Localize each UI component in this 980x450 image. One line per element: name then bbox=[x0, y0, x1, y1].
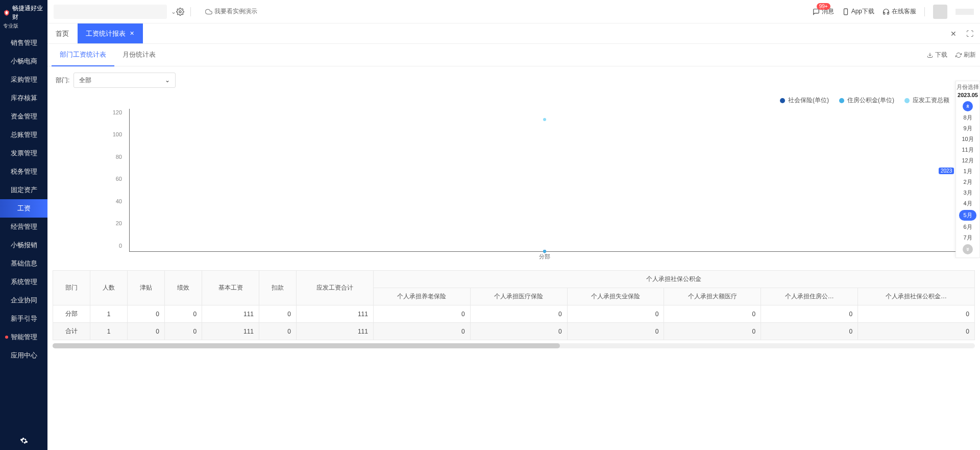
month-option[interactable]: 7月 bbox=[956, 232, 979, 243]
col-header: 个人承担大额医疗 bbox=[664, 288, 761, 305]
subtabs-row: 部门工资统计表月份统计表 下载 刷新 bbox=[47, 44, 980, 66]
cell: 0 bbox=[128, 305, 165, 323]
legend-item[interactable]: 住房公积金(单位) bbox=[839, 96, 894, 105]
col-header: 部门 bbox=[53, 271, 90, 305]
brand-logo-icon bbox=[3, 9, 10, 17]
col-header: 基本工资 bbox=[202, 271, 259, 305]
tab-0[interactable]: 首页 bbox=[47, 23, 78, 43]
legend-item[interactable]: 应发工资总额 bbox=[904, 96, 949, 105]
month-option[interactable]: 2月 bbox=[956, 177, 979, 187]
support-label: 在线客服 bbox=[892, 7, 916, 16]
month-option[interactable]: 6月 bbox=[956, 222, 979, 232]
svg-point-0 bbox=[179, 11, 181, 13]
month-option[interactable]: 10月 bbox=[956, 134, 979, 145]
settings-icon[interactable] bbox=[176, 8, 184, 16]
y-tick: 60 bbox=[116, 176, 122, 182]
nav-item-2[interactable]: 采购管理 bbox=[0, 70, 47, 89]
nav-item-7[interactable]: 税务管理 bbox=[0, 162, 47, 181]
cell: 0 bbox=[761, 305, 858, 323]
avatar[interactable] bbox=[933, 5, 947, 19]
gear-icon bbox=[20, 437, 28, 445]
nav-item-8[interactable]: 固定资产 bbox=[0, 181, 47, 199]
legend-dot-icon bbox=[904, 98, 910, 103]
nav-item-12[interactable]: 基础信息 bbox=[0, 254, 47, 273]
month-option[interactable]: 9月 bbox=[956, 123, 979, 134]
sidebar: 畅捷通好业财 专业版 销售管理小畅电商采购管理库存核算资金管理总账管理发票管理税… bbox=[0, 0, 47, 450]
month-option[interactable]: 1月2023 bbox=[956, 166, 979, 177]
nav-item-11[interactable]: 小畅报销 bbox=[0, 236, 47, 254]
demo-link[interactable]: 我要看实例演示 bbox=[205, 7, 257, 16]
legend-dot-icon bbox=[839, 98, 844, 103]
col-header: 扣款 bbox=[259, 271, 297, 305]
department-value: 全部 bbox=[79, 76, 91, 85]
double-chevron-up-icon bbox=[965, 104, 970, 109]
nav-item-16[interactable]: 智能管理 bbox=[0, 328, 47, 346]
chart-legend: 社会保险(单位)住房公积金(单位)应发工资总额 bbox=[104, 94, 960, 109]
legend-item[interactable]: 社会保险(单位) bbox=[780, 96, 829, 105]
tab-1[interactable]: 工资统计报表✕ bbox=[78, 23, 143, 43]
col-header: 个人承担住房公… bbox=[761, 288, 858, 305]
month-option[interactable]: 11月 bbox=[956, 145, 979, 155]
download-link[interactable]: 下载 bbox=[927, 51, 947, 59]
month-scroll-down-button[interactable] bbox=[963, 244, 973, 254]
cell: 0 bbox=[858, 305, 975, 323]
nav-item-0[interactable]: 销售管理 bbox=[0, 34, 47, 52]
nav-item-9[interactable]: 工资 bbox=[0, 199, 47, 218]
chart-plot: 分部 bbox=[129, 109, 960, 252]
nav-item-4[interactable]: 资金管理 bbox=[0, 107, 47, 126]
x-axis-label: 分部 bbox=[539, 253, 550, 260]
subtab-0[interactable]: 部门工资统计表 bbox=[52, 44, 114, 66]
scrollbar-thumb[interactable] bbox=[53, 343, 560, 348]
department-select[interactable]: 全部 ⌄ bbox=[74, 73, 176, 88]
cell: 0 bbox=[567, 305, 664, 323]
nav-list: 销售管理小畅电商采购管理库存核算资金管理总账管理发票管理税务管理固定资产工资经营… bbox=[0, 34, 47, 432]
y-tick: 100 bbox=[113, 131, 122, 137]
nav-item-14[interactable]: 企业协同 bbox=[0, 291, 47, 310]
close-icon[interactable]: ✕ bbox=[130, 30, 134, 37]
month-picker-title: 月份选择 bbox=[957, 83, 979, 91]
refresh-link[interactable]: 刷新 bbox=[955, 51, 976, 59]
subtab-1[interactable]: 月份统计表 bbox=[114, 44, 164, 66]
nav-item-6[interactable]: 发票管理 bbox=[0, 144, 47, 162]
month-option[interactable]: 12月 bbox=[956, 155, 979, 166]
month-option[interactable]: 5月 bbox=[959, 210, 976, 221]
messages-link[interactable]: 99+ 消息 bbox=[813, 7, 834, 16]
month-option[interactable]: 4月 bbox=[956, 198, 979, 209]
nav-item-10[interactable]: 经营管理 bbox=[0, 218, 47, 236]
cell: 0 bbox=[858, 323, 975, 340]
month-scroll-up-button[interactable] bbox=[963, 101, 973, 111]
app-download-link[interactable]: App下载 bbox=[842, 7, 874, 16]
y-tick: 0 bbox=[119, 243, 122, 249]
cell: 0 bbox=[165, 323, 202, 340]
settings-footer[interactable] bbox=[0, 432, 47, 450]
company-selector[interactable]: ⌄ bbox=[54, 5, 176, 19]
horizontal-scrollbar[interactable] bbox=[53, 343, 975, 348]
month-option[interactable]: 3月 bbox=[956, 187, 979, 198]
cell: 0 bbox=[761, 323, 858, 340]
cell: 0 bbox=[470, 305, 567, 323]
salary-table: 部门人数津贴绩效基本工资扣款应发工资合计个人承担社保公积金个人承担养老保险个人承… bbox=[53, 270, 975, 340]
fullscreen-button[interactable]: ⛶ bbox=[964, 28, 976, 40]
nav-item-17[interactable]: 应用中心 bbox=[0, 346, 47, 365]
tab-label: 首页 bbox=[56, 29, 69, 38]
cell: 0 bbox=[664, 323, 761, 340]
nav-item-1[interactable]: 小畅电商 bbox=[0, 52, 47, 70]
nav-item-13[interactable]: 系统管理 bbox=[0, 273, 47, 291]
cell: 0 bbox=[567, 323, 664, 340]
chevron-down-icon: ⌄ bbox=[171, 8, 176, 15]
table-row: 分部1001110111000000 bbox=[53, 305, 975, 323]
divider bbox=[190, 7, 191, 16]
nav-item-5[interactable]: 总账管理 bbox=[0, 126, 47, 144]
cloud-icon bbox=[205, 8, 212, 15]
col-header: 人数 bbox=[90, 271, 128, 305]
support-link[interactable]: 在线客服 bbox=[883, 7, 916, 16]
legend-label: 住房公积金(单位) bbox=[847, 96, 894, 105]
col-header: 个人承担失业保险 bbox=[567, 288, 664, 305]
double-chevron-down-icon bbox=[965, 247, 970, 252]
nav-item-3[interactable]: 库存核算 bbox=[0, 89, 47, 107]
tab-close-button[interactable]: ✕ bbox=[947, 28, 960, 40]
cell: 0 bbox=[259, 323, 297, 340]
nav-item-15[interactable]: 新手引导 bbox=[0, 310, 47, 328]
month-option[interactable]: 8月 bbox=[956, 112, 979, 123]
legend-label: 应发工资总额 bbox=[913, 96, 949, 105]
